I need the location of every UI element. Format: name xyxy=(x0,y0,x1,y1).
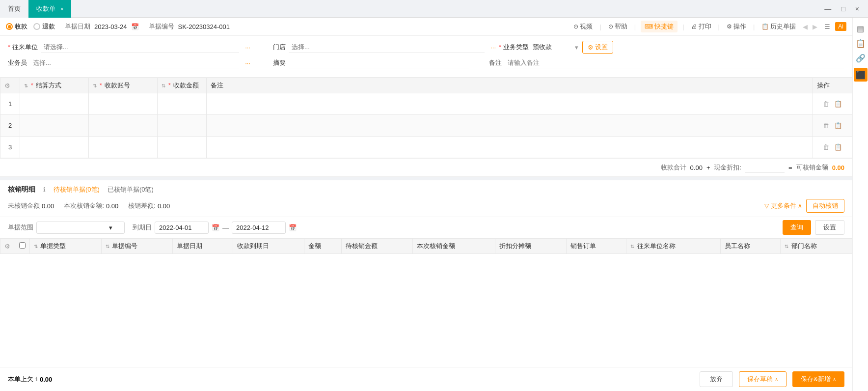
query-button[interactable]: 查询 xyxy=(783,220,811,235)
calendar-icon[interactable]: 📅 xyxy=(131,23,139,30)
bth-checkbox xyxy=(15,239,30,254)
discard-button[interactable]: 放弃 xyxy=(700,371,733,387)
table-row: 1 🗑 📋 xyxy=(0,93,852,115)
main-area: 收款 退款 单据日期 2023-03-24 📅 单据编号 SK-20230324… xyxy=(0,18,852,391)
row-2-settle[interactable] xyxy=(20,115,89,137)
bth-sales-order: 销售订单 xyxy=(567,239,626,254)
done-tab[interactable]: 已核销单据(0笔) xyxy=(108,185,154,194)
auto-writeoff-button[interactable]: 自动核销 xyxy=(806,199,844,213)
row-1-account[interactable] xyxy=(89,93,158,115)
history-button[interactable]: 📋 历史单据 xyxy=(760,21,798,32)
salesman-more-icon[interactable]: ··· xyxy=(242,59,253,67)
row-2-notes[interactable] xyxy=(207,115,813,137)
bth-no: ⇅ 单据编号 xyxy=(101,239,173,254)
notes-input[interactable] xyxy=(505,57,844,68)
shortcut-button[interactable]: ⌨ 快捷键 xyxy=(641,21,678,32)
row-2-amount[interactable] xyxy=(158,115,207,137)
per-bill-label: 本单上欠 xyxy=(8,375,33,384)
range-field: 单据范围 ▾ xyxy=(8,222,125,234)
row-2-delete-icon[interactable]: 🗑 xyxy=(823,122,829,129)
save-draft-button[interactable]: 保存草稿 ∧ xyxy=(739,371,787,387)
sidebar-icon-3[interactable]: 🔗 xyxy=(854,51,868,65)
business-type-select-row: 预收款 ▾ xyxy=(533,43,578,52)
bth-date: 单据日期 xyxy=(173,239,233,254)
date-to-input[interactable] xyxy=(232,222,286,234)
current-label: 本次核销金额: xyxy=(64,201,104,210)
business-type-value: 预收款 xyxy=(533,43,572,52)
salesman-field: 业务员 ··· xyxy=(8,57,253,68)
more-conditions-btn[interactable]: ▽ 更多条件 ∧ xyxy=(764,201,802,210)
counterpart-input[interactable] xyxy=(41,42,239,53)
pending-tab[interactable]: 待核销单据(0笔) xyxy=(54,185,100,194)
select-all-checkbox[interactable] xyxy=(19,242,26,249)
date-to-calendar-icon[interactable]: 📅 xyxy=(289,224,297,231)
row-3-ops: 🗑 📋 xyxy=(813,137,852,158)
counterpart-field: 往来单位 ··· xyxy=(8,42,253,53)
diff-value: 0.00 xyxy=(158,202,170,210)
radio-refund-dot xyxy=(33,23,40,30)
bth-type: ⇅ 单据类型 xyxy=(30,239,102,254)
th-notes: 备注 xyxy=(207,78,813,93)
row-2-account[interactable] xyxy=(89,115,158,137)
settings-button[interactable]: ⚙ 设置 xyxy=(582,41,613,54)
row-1-amount[interactable] xyxy=(158,93,207,115)
th-settle: ⇅ * 结算方式 xyxy=(20,78,89,93)
save-new-button[interactable]: 保存&新增 ∧ xyxy=(792,371,844,387)
store-input[interactable] xyxy=(289,42,485,53)
bottom-table: ⚙ ⇅ 单据类型 ⇅ xyxy=(0,238,852,254)
bottom-table-gear-icon[interactable]: ⚙ xyxy=(4,243,10,250)
main-table: ⚙ ⇅ * 结算方式 ⇅ * 收款账号 xyxy=(0,78,852,158)
unverified-value: 0.00 xyxy=(42,202,54,210)
summary-input[interactable] xyxy=(289,57,469,68)
row-3-notes[interactable] xyxy=(207,137,813,158)
row-3-account[interactable] xyxy=(89,137,158,158)
store-more-icon[interactable]: ··· xyxy=(488,44,499,51)
discount-input[interactable] xyxy=(745,163,785,172)
table-gear-icon[interactable]: ⚙ xyxy=(4,82,10,89)
summary-row: 收款合计 0.00 + 现金折扣: = 可核销金额 0.00 xyxy=(0,158,852,176)
footer-info-icon[interactable]: ℹ xyxy=(35,376,38,383)
right-sidebar: ▤ 📋 🔗 ⬛ xyxy=(852,18,868,391)
diff-label: 核销差额: xyxy=(128,201,156,210)
business-type-chevron[interactable]: ▾ xyxy=(575,44,578,51)
sidebar-icon-2[interactable]: 📋 xyxy=(854,36,868,50)
print-button[interactable]: 🖨 打印 xyxy=(689,21,713,32)
row-1-copy-icon[interactable]: 📋 xyxy=(834,100,842,108)
date-from-calendar-icon[interactable]: 📅 xyxy=(212,224,219,231)
row-1-settle[interactable] xyxy=(20,93,89,115)
row-3-delete-icon[interactable]: 🗑 xyxy=(823,143,829,151)
radio-refund[interactable]: 退款 xyxy=(33,22,55,31)
operation-button[interactable]: ⚙ 操作 xyxy=(725,21,748,32)
upper-section: 收款 退款 单据日期 2023-03-24 📅 单据编号 SK-20230324… xyxy=(0,18,852,176)
sidebar-icon-4[interactable]: ⬛ xyxy=(854,68,868,82)
date-from-input[interactable] xyxy=(155,222,209,234)
row-3-index: 3 xyxy=(0,137,20,158)
row-3-amount[interactable] xyxy=(158,137,207,158)
info-icon[interactable]: ℹ xyxy=(43,186,46,193)
bth-store: ⇅ 部门名称 xyxy=(781,239,852,254)
radio-receive[interactable]: 收款 xyxy=(6,22,27,31)
form-row-1: 往来单位 ··· 门店 ··· 业务类型 xyxy=(8,41,844,54)
maximize-button[interactable]: □ xyxy=(838,4,848,14)
doc-date-label: 单据日期 xyxy=(65,22,90,31)
row-3-copy-icon[interactable]: 📋 xyxy=(834,143,842,151)
sidebar-icon-1[interactable]: ▤ xyxy=(854,22,868,35)
bth-pending: 待核销金额 xyxy=(341,239,412,254)
discount-label: 现金折扣: xyxy=(714,163,741,172)
tab-active[interactable]: 收款单 × xyxy=(28,0,71,18)
video-button[interactable]: ⊙ 视频 xyxy=(571,21,595,32)
tab-home[interactable]: 首页 xyxy=(0,0,28,18)
counterpart-more-icon[interactable]: ··· xyxy=(242,44,253,51)
range-select[interactable]: ▾ xyxy=(36,222,125,234)
help-button[interactable]: ⊙ 帮助 xyxy=(606,21,629,32)
filter-settings-button[interactable]: 设置 xyxy=(815,220,844,235)
row-1-delete-icon[interactable]: 🗑 xyxy=(823,100,829,108)
row-2-copy-icon[interactable]: 📋 xyxy=(834,122,842,129)
minimize-button[interactable]: — xyxy=(821,4,834,14)
tab-close-icon[interactable]: × xyxy=(60,0,63,18)
row-3-settle[interactable] xyxy=(20,137,89,158)
plus-sign: + xyxy=(706,164,710,171)
close-button[interactable]: × xyxy=(852,4,862,14)
row-1-notes[interactable] xyxy=(207,93,813,115)
salesman-input[interactable] xyxy=(30,57,239,68)
